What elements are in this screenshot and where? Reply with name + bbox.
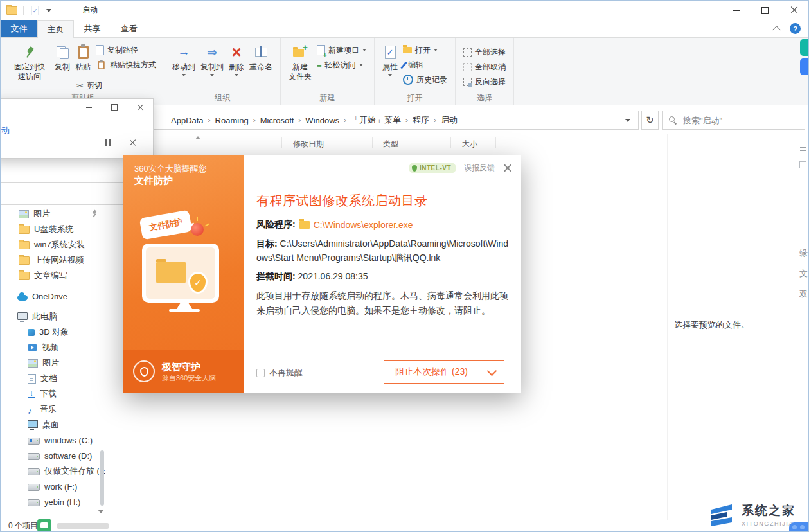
- column-divider[interactable]: [450, 137, 451, 148]
- block-button-label[interactable]: 阻止本次操作 (23): [384, 361, 479, 383]
- sidebar-scroll-down-icon[interactable]: [98, 510, 104, 513]
- sidebar-item[interactable]: 文档: [1, 371, 105, 386]
- block-button-dropdown[interactable]: [479, 361, 504, 383]
- dropdown-chevron-icon: [359, 64, 363, 66]
- copy-button[interactable]: 复制: [52, 40, 73, 73]
- breadcrumb-item[interactable]: AppData: [167, 116, 208, 125]
- new-item-button[interactable]: 新建项目: [314, 44, 369, 57]
- help-icon[interactable]: [790, 23, 801, 34]
- delete-button[interactable]: 删除: [226, 40, 247, 78]
- sidebar-item[interactable]: 上传网站视频: [1, 253, 105, 268]
- close-button[interactable]: [779, 1, 808, 20]
- cut-button[interactable]: 剪切: [74, 79, 105, 92]
- breadcrumb-item[interactable]: Microsoft: [256, 116, 298, 125]
- clipped-green-app-icon: [37, 519, 51, 532]
- sidebar-item[interactable]: 文章编写: [1, 268, 105, 283]
- column-header-size[interactable]: 大小: [462, 139, 477, 150]
- sidebar-item[interactable]: 下载: [1, 386, 105, 402]
- sort-ascending-icon[interactable]: [195, 136, 200, 139]
- false-positive-feedback-link[interactable]: 误报反馈: [464, 163, 495, 173]
- maximize-button[interactable]: [751, 1, 779, 20]
- breadcrumb-item[interactable]: Roaming: [211, 116, 253, 125]
- ribbon-group-select: 全部选择 全部取消 反向选择 选择: [456, 38, 514, 105]
- quick-access-properties-icon[interactable]: [31, 6, 39, 15]
- mini-close-button[interactable]: [127, 99, 153, 116]
- sidebar-item[interactable]: yebin (H:): [1, 494, 105, 510]
- history-button[interactable]: 历史记录: [400, 73, 450, 86]
- sidebar-item[interactable]: 3D 对象: [1, 324, 105, 340]
- tab-home[interactable]: 主页: [37, 20, 74, 38]
- column-divider[interactable]: [495, 137, 496, 148]
- edit-button[interactable]: 编辑: [400, 58, 450, 71]
- sidebar-item[interactable]: 图片: [1, 355, 105, 371]
- sidebar-item[interactable]: windows (C:): [1, 432, 105, 448]
- clipped-link-text[interactable]: 动: [1, 125, 10, 136]
- easy-access-button[interactable]: 轻松访问: [314, 58, 369, 71]
- risk-program-path[interactable]: C:\Windows\explorer.exe: [314, 220, 413, 230]
- sidebar-item[interactable]: software (D:): [1, 448, 105, 463]
- dialog-close-icon[interactable]: [502, 163, 512, 173]
- sidebar-scrollbar-thumb[interactable]: [100, 450, 104, 506]
- collapse-ribbon-icon[interactable]: [772, 26, 781, 34]
- paste-shortcut-button[interactable]: 粘贴快捷方式: [93, 58, 159, 71]
- block-action-button[interactable]: 阻止本次操作 (23): [384, 360, 504, 384]
- open-button[interactable]: 打开: [400, 44, 450, 57]
- copy-to-button[interactable]: 复制到: [198, 40, 226, 78]
- properties-button[interactable]: 属性: [380, 40, 400, 78]
- sidebar-item-label: 图片: [42, 357, 59, 369]
- breadcrumb-item[interactable]: 启动: [437, 114, 461, 126]
- rename-button[interactable]: 重命名: [247, 40, 275, 73]
- breadcrumb-item[interactable]: Windows: [301, 116, 343, 125]
- xitongzhijia-logo: [707, 502, 736, 528]
- dont-remind-label[interactable]: 不再提醒: [269, 367, 303, 378]
- dialog-description: 此项目用于存放随系统启动的程序。木马、病毒通常会利用此项来启动自己入侵您的电脑。…: [256, 288, 511, 318]
- column-header-date-modified[interactable]: 修改日期: [293, 139, 324, 150]
- pin-to-quick-access-button[interactable]: 固定到快 速访问: [7, 40, 52, 83]
- breadcrumb-item[interactable]: 「开始」菜单: [347, 114, 405, 126]
- sidebar-item[interactable]: OneDrive: [1, 288, 105, 304]
- sidebar-item[interactable]: work (F:): [1, 479, 105, 494]
- sidebar-item[interactable]: 桌面: [1, 417, 105, 432]
- clipped-blue-app-icon[interactable]: [800, 58, 808, 75]
- copy-path-icon: [96, 45, 104, 55]
- sidebar-item[interactable]: 此电脑: [1, 309, 105, 324]
- dropdown-chevron-icon: [388, 74, 392, 76]
- clipped-teal-app-icon[interactable]: [800, 39, 808, 56]
- column-divider[interactable]: [281, 137, 282, 148]
- cancel-button[interactable]: [129, 139, 136, 146]
- dont-remind-checkbox[interactable]: [256, 369, 265, 377]
- edit-icon: [400, 61, 407, 69]
- paste-button[interactable]: 粘贴: [73, 40, 93, 73]
- sidebar-item[interactable]: 仅做文件存放 (E: [1, 463, 105, 479]
- pause-button[interactable]: [105, 139, 111, 146]
- refresh-button[interactable]: [641, 111, 659, 130]
- move-to-button[interactable]: 移动到: [170, 40, 198, 78]
- dropdown-chevron-icon: [182, 74, 186, 76]
- address-dropdown-chevron-icon[interactable]: [625, 119, 630, 122]
- breadcrumb-item[interactable]: 程序: [409, 114, 433, 126]
- minimize-button[interactable]: [722, 1, 751, 20]
- sidebar-item[interactable]: 音乐: [1, 402, 105, 417]
- copy-path-button[interactable]: 复制路径: [93, 44, 159, 57]
- column-divider[interactable]: [372, 137, 373, 148]
- qat-customize-chevron-icon[interactable]: [46, 9, 51, 12]
- new-folder-button[interactable]: 新建 文件夹: [286, 40, 314, 83]
- select-none-button[interactable]: 全部取消: [461, 60, 508, 73]
- select-all-button[interactable]: 全部选择: [461, 46, 508, 58]
- dropdown-chevron-icon: [235, 74, 238, 76]
- mini-restore-button[interactable]: [102, 99, 127, 116]
- sidebar-item-label: 视频: [42, 342, 58, 353]
- sidebar-item[interactable]: U盘装系统: [1, 222, 105, 237]
- sidebar-item[interactable]: 视频: [1, 340, 105, 355]
- column-header-type[interactable]: 类型: [383, 139, 398, 150]
- intel-vt-badge: INTEL-VT: [409, 163, 456, 173]
- mini-minimize-button[interactable]: [76, 99, 102, 116]
- sidebar-item[interactable]: win7系统安装: [1, 237, 105, 253]
- invert-selection-icon: [463, 78, 472, 86]
- tab-view[interactable]: 查看: [111, 20, 147, 37]
- tab-share[interactable]: 共享: [74, 20, 111, 37]
- search-input[interactable]: [682, 115, 800, 126]
- invert-selection-button[interactable]: 反向选择: [461, 75, 508, 88]
- sidebar-item[interactable]: 图片: [1, 206, 105, 222]
- tab-file[interactable]: 文件: [1, 20, 37, 37]
